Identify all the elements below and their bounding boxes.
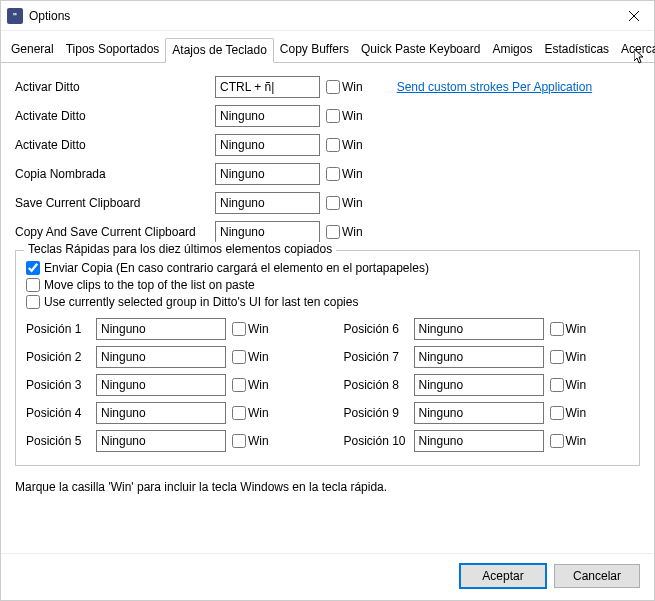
close-icon	[629, 11, 639, 21]
win-checkbox[interactable]	[232, 378, 246, 392]
win-checkbox[interactable]	[326, 196, 340, 210]
position-input-2[interactable]	[96, 346, 226, 368]
win-checkbox-wrapper[interactable]: Win	[232, 434, 269, 448]
hint-text: Marque la casilla 'Win' para incluir la …	[15, 480, 640, 494]
win-label: Win	[248, 406, 269, 420]
close-button[interactable]	[614, 1, 654, 31]
shortcut-input-copia-nombrada[interactable]	[215, 163, 320, 185]
win-checkbox[interactable]	[550, 350, 564, 364]
win-label: Win	[342, 109, 363, 123]
tab-general[interactable]: General	[5, 38, 60, 63]
shortcut-label: Activate Ditto	[15, 138, 215, 152]
tab-estadisticas[interactable]: Estadísticas	[538, 38, 615, 63]
window-title: Options	[29, 9, 614, 23]
win-label: Win	[248, 350, 269, 364]
shortcut-label: Save Current Clipboard	[15, 196, 215, 210]
use-group-label: Use currently selected group in Ditto's …	[44, 295, 358, 309]
win-checkbox-wrapper[interactable]: Win	[550, 406, 587, 420]
win-checkbox[interactable]	[550, 378, 564, 392]
position-input-3[interactable]	[96, 374, 226, 396]
win-checkbox[interactable]	[326, 167, 340, 181]
position-input-7[interactable]	[414, 346, 544, 368]
position-input-4[interactable]	[96, 402, 226, 424]
win-checkbox-wrapper[interactable]: Win	[326, 138, 363, 152]
win-checkbox[interactable]	[232, 350, 246, 364]
win-checkbox-wrapper[interactable]: Win	[232, 322, 269, 336]
positions: Posición 1 Win Posición 2 Win Posición 3…	[26, 317, 629, 457]
win-checkbox-wrapper[interactable]: Win	[232, 406, 269, 420]
win-checkbox-wrapper[interactable]: Win	[326, 109, 363, 123]
cancel-button[interactable]: Cancelar	[554, 564, 640, 588]
position-input-6[interactable]	[414, 318, 544, 340]
win-label: Win	[566, 434, 587, 448]
win-checkbox[interactable]	[326, 225, 340, 239]
shortcut-row: Activar Ditto Win Send custom strokes Pe…	[15, 75, 640, 99]
move-top-label: Move clips to the top of the list on pas…	[44, 278, 255, 292]
position-row: Posición 6 Win	[344, 317, 630, 341]
shortcut-row: Save Current Clipboard Win	[15, 191, 640, 215]
shortcut-input-activate-ditto-3[interactable]	[215, 134, 320, 156]
position-label: Posición 6	[344, 322, 414, 336]
win-checkbox-wrapper[interactable]: Win	[550, 434, 587, 448]
position-row: Posición 5 Win	[26, 429, 312, 453]
shortcut-row: Activate Ditto Win	[15, 104, 640, 128]
win-checkbox[interactable]	[232, 434, 246, 448]
shortcut-input-save-clipboard[interactable]	[215, 192, 320, 214]
shortcut-input-copy-save-clipboard[interactable]	[215, 221, 320, 243]
win-checkbox-wrapper[interactable]: Win	[550, 350, 587, 364]
win-checkbox-wrapper[interactable]: Win	[326, 225, 363, 239]
tab-content: Activar Ditto Win Send custom strokes Pe…	[1, 63, 654, 553]
tab-copy-buffers[interactable]: Copy Buffers	[274, 38, 355, 63]
win-label: Win	[342, 138, 363, 152]
position-input-1[interactable]	[96, 318, 226, 340]
win-checkbox-wrapper[interactable]: Win	[232, 350, 269, 364]
win-checkbox-wrapper[interactable]: Win	[550, 322, 587, 336]
position-row: Posición 9 Win	[344, 401, 630, 425]
tab-quick-paste-keyboard[interactable]: Quick Paste Keyboard	[355, 38, 486, 63]
positions-right: Posición 6 Win Posición 7 Win Posición 8…	[344, 317, 630, 457]
win-checkbox[interactable]	[326, 109, 340, 123]
win-label: Win	[566, 350, 587, 364]
position-input-9[interactable]	[414, 402, 544, 424]
ok-button[interactable]: Aceptar	[460, 564, 546, 588]
send-custom-strokes-link[interactable]: Send custom strokes Per Application	[397, 80, 592, 94]
win-label: Win	[248, 322, 269, 336]
shortcut-label: Copia Nombrada	[15, 167, 215, 181]
win-checkbox[interactable]	[232, 406, 246, 420]
position-input-5[interactable]	[96, 430, 226, 452]
tab-acerca-de[interactable]: Acerca de	[615, 38, 655, 63]
win-checkbox-wrapper[interactable]: Win	[550, 378, 587, 392]
use-group-checkbox[interactable]	[26, 295, 40, 309]
win-checkbox[interactable]	[550, 434, 564, 448]
win-checkbox[interactable]	[550, 322, 564, 336]
tab-amigos[interactable]: Amigos	[486, 38, 538, 63]
position-row: Posición 8 Win	[344, 373, 630, 397]
group-title: Teclas Rápidas para los diez últimos ele…	[24, 242, 336, 256]
send-copy-checkbox[interactable]	[26, 261, 40, 275]
position-label: Posición 10	[344, 434, 414, 448]
position-label: Posición 2	[26, 350, 96, 364]
move-top-checkbox[interactable]	[26, 278, 40, 292]
win-checkbox[interactable]	[326, 80, 340, 94]
position-input-8[interactable]	[414, 374, 544, 396]
tab-tipos-soportados[interactable]: Tipos Soportados	[60, 38, 166, 63]
use-group-row: Use currently selected group in Ditto's …	[26, 295, 629, 309]
shortcut-input-activate-ditto-2[interactable]	[215, 105, 320, 127]
win-checkbox-wrapper[interactable]: Win	[326, 196, 363, 210]
position-row: Posición 4 Win	[26, 401, 312, 425]
position-label: Posición 5	[26, 434, 96, 448]
tab-atajos-teclado[interactable]: Atajos de Teclado	[165, 38, 274, 63]
position-input-10[interactable]	[414, 430, 544, 452]
win-checkbox-wrapper[interactable]: Win	[232, 378, 269, 392]
win-checkbox[interactable]	[550, 406, 564, 420]
win-checkbox-wrapper[interactable]: Win	[326, 80, 363, 94]
win-checkbox[interactable]	[232, 322, 246, 336]
shortcut-row: Activate Ditto Win	[15, 133, 640, 157]
win-checkbox[interactable]	[326, 138, 340, 152]
win-label: Win	[342, 225, 363, 239]
shortcut-row: Copia Nombrada Win	[15, 162, 640, 186]
win-checkbox-wrapper[interactable]: Win	[326, 167, 363, 181]
dialog-buttons: Aceptar Cancelar	[1, 553, 654, 600]
shortcut-input-activar-ditto[interactable]	[215, 76, 320, 98]
send-copy-row: Enviar Copia (En caso contrario cargará …	[26, 261, 629, 275]
